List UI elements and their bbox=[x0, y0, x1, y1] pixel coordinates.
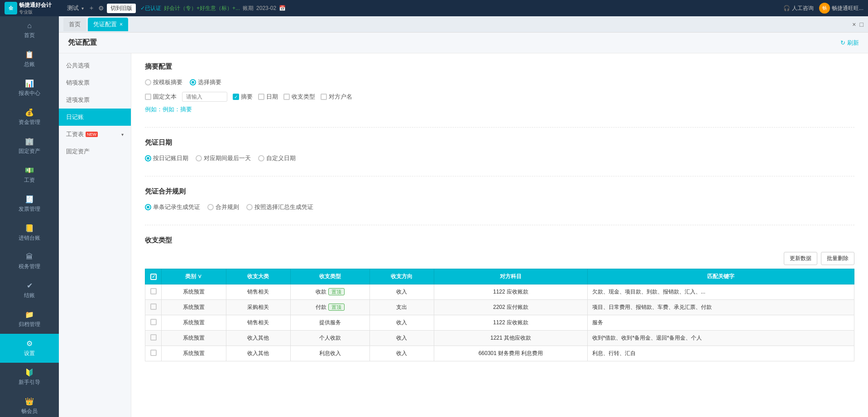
settings-icon[interactable]: ⚙ bbox=[98, 5, 104, 12]
fixed-text-input[interactable] bbox=[182, 92, 227, 102]
archive-icon: 📁 bbox=[25, 310, 34, 319]
radio-merge-rules[interactable]: 合并规则 bbox=[207, 203, 239, 211]
left-nav-item-fixed-assets[interactable]: 固定资产 bbox=[59, 143, 131, 160]
summary-section: 摘要配置 按模板摘要 选择摘要 bbox=[145, 62, 854, 114]
top-bar: 会 畅捷通好会计 专业版 测试 ▾ ＋ ⚙ 切到旧版 ✓已认证 好会计（专）+好… bbox=[0, 0, 868, 16]
checkbox-counterpart-name[interactable]: 对方户名 bbox=[321, 93, 352, 101]
radio-single-record[interactable]: 单条记录生成凭证 bbox=[145, 203, 200, 211]
version-switch-button[interactable]: 切到旧版 bbox=[107, 4, 136, 13]
update-data-button[interactable]: 更新数据 bbox=[784, 252, 817, 265]
radio-select-summary[interactable]: 选择摘要 bbox=[190, 78, 221, 86]
summary-checkbox-group: 固定文本 ✓ 摘要 日期 bbox=[145, 92, 854, 102]
cell-check-3[interactable] bbox=[145, 331, 162, 346]
left-nav-item-payroll[interactable]: 工资表 NEW ▾ bbox=[59, 126, 131, 143]
left-nav-item-purchase-invoice[interactable]: 进项发票 bbox=[59, 91, 131, 109]
cell-check-2[interactable] bbox=[145, 315, 162, 331]
sidebar-item-purchase-sale[interactable]: 📒 进销台账 bbox=[0, 218, 59, 247]
row-checkbox-0[interactable] bbox=[150, 288, 157, 294]
home-icon: ⌂ bbox=[27, 22, 32, 30]
avatar: 畅 bbox=[819, 3, 830, 14]
sidebar: ⌂ 首页 📋 总账 📊 报表中心 💰 资金管理 🏢 固定资产 💵 工资 🧾 发票… bbox=[0, 16, 59, 417]
row-checkbox-2[interactable] bbox=[150, 319, 157, 325]
logo-icon: 会 bbox=[5, 2, 17, 14]
logo-text: 畅捷通好会计 专业版 bbox=[19, 1, 52, 15]
cell-counter-account-2: 1122 应收账款 bbox=[434, 315, 587, 331]
checkbox-date[interactable]: 日期 bbox=[258, 93, 278, 101]
page-content: 凭证配置 ↻ 刷新 公共选项 销项发票 进项发票 bbox=[59, 33, 868, 417]
top-badge[interactable]: 置顶 bbox=[328, 303, 345, 311]
tax-icon: 🏛 bbox=[26, 253, 33, 261]
checkbox-summary[interactable]: ✓ 摘要 bbox=[233, 93, 253, 101]
cell-direction-3: 收入 bbox=[369, 331, 434, 346]
calendar-icon[interactable]: 📅 bbox=[279, 5, 286, 11]
cell-keywords-2: 服务 bbox=[587, 315, 854, 331]
cell-sub-type-0: 收款 置顶 bbox=[291, 284, 369, 300]
refresh-button[interactable]: ↻ 刷新 bbox=[840, 39, 859, 47]
sidebar-item-assets[interactable]: 🏢 固定资产 bbox=[0, 132, 59, 161]
tab-close-window-icon[interactable]: × bbox=[852, 21, 856, 28]
user-avatar-area[interactable]: 畅 畅捷通旺旺... bbox=[819, 3, 863, 14]
sidebar-item-settings[interactable]: ⚙ 设置 bbox=[0, 334, 59, 363]
radio-template-icon bbox=[145, 79, 151, 85]
sidebar-item-guide[interactable]: 🔰 新手引导 bbox=[0, 363, 59, 392]
radio-aggregate-icon bbox=[246, 204, 253, 210]
page-title: 凭证配置 bbox=[68, 38, 97, 47]
period-label: 账期 bbox=[243, 5, 254, 12]
batch-delete-button[interactable]: 批量删除 bbox=[821, 252, 854, 265]
tab-close-icon[interactable]: × bbox=[120, 21, 123, 28]
tab-voucher-config[interactable]: 凭证配置 × bbox=[88, 18, 128, 31]
cell-check-0[interactable] bbox=[145, 284, 162, 300]
main-layout: ⌂ 首页 📋 总账 📊 报表中心 💰 资金管理 🏢 固定资产 💵 工资 🧾 发票… bbox=[0, 16, 868, 417]
sidebar-item-member[interactable]: 👑 畅会员 bbox=[0, 392, 59, 417]
expand-icon[interactable]: ▾ bbox=[121, 132, 124, 137]
cell-category-4: 系统预置 bbox=[162, 346, 226, 361]
th-check[interactable]: ✓ bbox=[145, 269, 162, 284]
sidebar-item-home[interactable]: ⌂ 首页 bbox=[0, 16, 59, 45]
left-nav: 公共选项 销项发票 进项发票 日记账 工资表 NEW ▾ bbox=[59, 53, 131, 417]
sidebar-item-ledger[interactable]: 📋 总账 bbox=[0, 45, 59, 74]
table-row: 系统预置 销售相关 提供服务 收入 1122 应收账款 服务 bbox=[145, 315, 854, 331]
left-nav-item-sales-invoice[interactable]: 销项发票 bbox=[59, 74, 131, 91]
checkbox-fixed-text[interactable]: 固定文本 bbox=[145, 93, 177, 101]
close-account-icon: ✔ bbox=[27, 281, 33, 290]
sidebar-item-reports[interactable]: 📊 报表中心 bbox=[0, 74, 59, 103]
radio-custom-date[interactable]: 自定义日期 bbox=[258, 154, 296, 162]
row-checkbox-1[interactable] bbox=[150, 303, 157, 310]
sidebar-item-tax[interactable]: 🏛 税务管理 bbox=[0, 247, 59, 276]
th-keywords: 匹配关键字 bbox=[587, 269, 854, 284]
add-icon[interactable]: ＋ bbox=[88, 4, 95, 12]
radio-aggregate[interactable]: 按照选择汇总生成凭证 bbox=[246, 203, 313, 211]
product-tags: 好会计（专）+好生意（标）+... bbox=[164, 5, 240, 12]
header-checkbox[interactable]: ✓ bbox=[150, 274, 157, 280]
sidebar-item-close[interactable]: ✔ 结账 bbox=[0, 276, 59, 305]
sidebar-item-salary[interactable]: 💵 工资 bbox=[0, 161, 59, 190]
cell-category-3: 系统预置 bbox=[162, 331, 226, 346]
row-checkbox-3[interactable] bbox=[150, 334, 157, 341]
top-bar-right: 🎧 人工咨询 畅 畅捷通旺旺... bbox=[783, 3, 863, 14]
tab-home[interactable]: 首页 bbox=[63, 18, 86, 31]
cell-category-0: 系统预置 bbox=[162, 284, 226, 300]
cell-check-1[interactable] bbox=[145, 300, 162, 315]
headset-icon: 🎧 bbox=[783, 5, 790, 11]
cell-direction-4: 收入 bbox=[369, 346, 434, 361]
sidebar-item-fund[interactable]: 💰 资金管理 bbox=[0, 103, 59, 132]
new-badge: NEW bbox=[86, 132, 98, 137]
tab-maximize-icon[interactable]: □ bbox=[860, 21, 863, 28]
sidebar-item-invoice[interactable]: 🧾 发票管理 bbox=[0, 190, 59, 218]
top-badge[interactable]: 置顶 bbox=[328, 288, 345, 295]
radio-journal-date[interactable]: 按日记账日期 bbox=[145, 154, 188, 162]
left-nav-item-public[interactable]: 公共选项 bbox=[59, 57, 131, 74]
top-bar-icons: ＋ ⚙ bbox=[88, 4, 104, 12]
support-button[interactable]: 🎧 人工咨询 bbox=[783, 5, 814, 12]
workspace-arrow-icon[interactable]: ▾ bbox=[82, 6, 84, 11]
sidebar-item-archive[interactable]: 📁 归档管理 bbox=[0, 305, 59, 334]
radio-single-record-icon bbox=[145, 204, 151, 210]
radio-template-summary[interactable]: 按模板摘要 bbox=[145, 78, 182, 86]
workspace-name[interactable]: 测试 bbox=[67, 4, 79, 12]
radio-period-last-day[interactable]: 对应期间最后一天 bbox=[196, 154, 251, 162]
row-checkbox-4[interactable] bbox=[150, 350, 157, 356]
checkbox-income-type[interactable]: 收支类型 bbox=[283, 93, 315, 101]
assets-icon: 🏢 bbox=[25, 137, 34, 146]
cell-check-4[interactable] bbox=[145, 346, 162, 361]
left-nav-item-journal[interactable]: 日记账 bbox=[59, 109, 131, 126]
